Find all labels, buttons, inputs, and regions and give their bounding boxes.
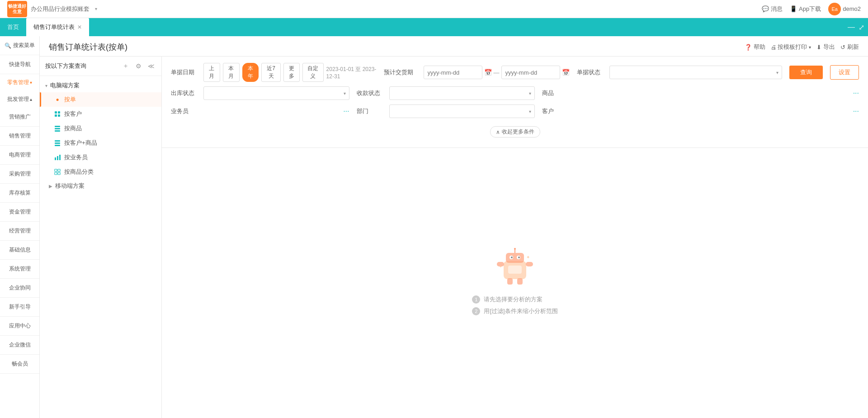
query-btn[interactable]: 查询 (789, 66, 823, 79)
top-bar-right: 💬 消息 📱 App下载 Ea demo2 (762, 3, 861, 15)
sidebar-item-finance[interactable]: 资金管理 (0, 203, 39, 222)
sidebar-item-retail[interactable]: 零售管理 ▾ (0, 74, 39, 91)
left-panel-title: 按以下方案查询 (45, 62, 118, 70)
app-title: 办公用品行业模拟账套 (31, 5, 90, 13)
sidebar-item-ecommerce[interactable]: 电商管理 (0, 146, 39, 165)
print-icon: 🖨 (771, 44, 777, 51)
tree-group-mobile: ▶ 移动端方案 (40, 179, 161, 193)
customer-wrap: ··· (567, 104, 859, 118)
app-dropdown-icon[interactable]: ▾ (95, 6, 97, 11)
by-salesperson-label: 按业务员 (64, 153, 88, 162)
help-icon: ❓ (745, 44, 752, 51)
department-select[interactable] (389, 104, 535, 118)
export-btn[interactable]: ⬇ 导出 (816, 43, 835, 51)
sidebar-finance-label: 资金管理 (9, 208, 31, 216)
message-action[interactable]: 💬 消息 (762, 5, 783, 13)
tab-minimize-btn[interactable]: — (848, 23, 855, 32)
date-btn-more[interactable]: 更多 (283, 63, 300, 82)
settings-plan-btn[interactable]: ⚙ (133, 61, 143, 71)
sidebar-inventory-label: 库存核算 (9, 189, 31, 197)
tree-item-by-customer[interactable]: 按客户 (40, 107, 161, 121)
sidebar-item-enterprise[interactable]: 企业协同 (0, 279, 39, 298)
tab-sales-stats[interactable]: 销售订单统计表 ✕ (26, 18, 89, 36)
doc-status-select[interactable] (609, 66, 783, 79)
sidebar-item-wholesale[interactable]: 批发管理 ▴ (0, 91, 39, 108)
calendar-end-icon[interactable]: 📅 (562, 69, 570, 76)
sidebar-item-operations[interactable]: 经营管理 (0, 222, 39, 241)
tree-group-mobile-header[interactable]: ▶ 移动端方案 (40, 179, 161, 193)
tab-maximize-btn[interactable]: ⤢ (859, 23, 864, 32)
goods-input[interactable] (567, 86, 851, 100)
date-btn-last-month[interactable]: 上月 (203, 63, 220, 82)
tree-area: ▾ 电脑端方案 ● 按单 (40, 76, 161, 418)
doc-status-label: 单据状态 (577, 68, 602, 76)
goods-dots-icon[interactable]: ··· (853, 89, 859, 97)
svg-rect-1 (58, 111, 60, 114)
sidebar-item-sales[interactable]: 销售管理 (0, 127, 39, 146)
by-salesperson-icon (53, 153, 61, 162)
sidebar-item-vip[interactable]: 畅会员 (0, 355, 39, 374)
empty-tip-2: 2 用[过滤]条件来缩小分析范围 (472, 307, 557, 315)
collapse-label: 收起更多条件 (502, 128, 534, 136)
expected-date-start[interactable] (424, 66, 482, 79)
svg-rect-25 (507, 278, 513, 285)
tree-item-by-category[interactable]: 按商品分类 (40, 165, 161, 179)
tree-item-by-customer-goods[interactable]: 按客户+商品 (40, 136, 161, 150)
svg-text:·: · (529, 267, 530, 271)
tree-group-pc-label: 电脑端方案 (50, 81, 80, 90)
app-download-action[interactable]: 📱 App下载 (790, 5, 821, 13)
tree-item-by-goods[interactable]: 按商品 (40, 121, 161, 136)
sidebar-item-inventory[interactable]: 库存核算 (0, 184, 39, 203)
message-icon: 💬 (762, 5, 769, 12)
sidebar-newuser-label: 新手引导 (9, 303, 31, 311)
collapse-up-icon: ∧ (496, 129, 500, 135)
tree-item-by-salesperson[interactable]: 按业务员 (40, 150, 161, 165)
date-btn-custom[interactable]: 自定义 (302, 63, 323, 82)
tree-item-by-order[interactable]: ● 按单 (40, 92, 161, 107)
refresh-btn[interactable]: ↺ 刷新 (840, 43, 859, 51)
content-area: 销售订单统计表(按单) ❓ 帮助 🖨 按模板打印 ▾ ⬇ 导出 ↺ 刷新 (40, 36, 868, 418)
sidebar-item-newuser[interactable]: 新手引导 (0, 298, 39, 317)
customer-dots-icon[interactable]: ··· (853, 107, 859, 115)
svg-rect-2 (55, 114, 57, 117)
print-btn[interactable]: 🖨 按模板打印 ▾ (771, 43, 811, 51)
setting-btn[interactable]: 设置 (830, 65, 859, 80)
date-btn-this-month[interactable]: 本月 (223, 63, 240, 82)
date-range-text: 2023-01-01 至 2023-12-31 (326, 66, 377, 80)
payment-status-select[interactable] (389, 86, 535, 100)
expected-date-label: 预计交货期 (384, 68, 416, 76)
tab-close-icon[interactable]: ✕ (77, 24, 82, 30)
sidebar-item-basic[interactable]: 基础信息 (0, 241, 39, 260)
sidebar-item-system[interactable]: 系统管理 (0, 260, 39, 279)
search-icon: 🔍 (5, 43, 11, 49)
salesperson-dots-icon[interactable]: ··· (343, 107, 349, 115)
add-plan-btn[interactable]: ＋ (121, 61, 131, 71)
help-btn[interactable]: ❓ 帮助 (745, 43, 765, 51)
customer-input[interactable] (567, 104, 851, 118)
by-category-icon (53, 168, 61, 176)
tab-home[interactable]: 首页 (0, 18, 26, 36)
by-order-icon: ● (53, 95, 61, 104)
delivery-status-select[interactable] (203, 86, 349, 100)
collapse-btn[interactable]: ∧ 收起更多条件 (490, 126, 540, 138)
expected-date-end[interactable] (501, 66, 560, 79)
tree-group-pc-header[interactable]: ▾ 电脑端方案 (40, 79, 161, 92)
sidebar-item-quick-nav[interactable]: 快捷导航 (0, 55, 39, 74)
calendar-start-icon[interactable]: 📅 (484, 69, 492, 76)
by-customer-goods-icon (53, 139, 61, 147)
sidebar-system-label: 系统管理 (9, 265, 31, 273)
date-btn-last-7[interactable]: 近7天 (261, 63, 280, 82)
svg-rect-9 (55, 145, 60, 146)
sidebar-item-marketing[interactable]: 营销推广 (0, 108, 39, 127)
sidebar-item-purchase[interactable]: 采购管理 (0, 165, 39, 184)
collapse-panel-btn[interactable]: ≪ (146, 61, 156, 71)
svg-rect-28 (526, 262, 533, 266)
sidebar-item-wechat[interactable]: 企业微信 (0, 336, 39, 355)
user-profile[interactable]: Ea demo2 (828, 3, 861, 15)
sidebar-item-search[interactable]: 🔍 搜索菜单 (0, 36, 39, 55)
filter-row-2: 出库状态 ▾ 收款状态 ▾ 商品 ··· (171, 86, 859, 100)
date-btn-this-year[interactable]: 本年 (242, 63, 259, 82)
svg-rect-8 (55, 142, 60, 144)
salesperson-input[interactable] (203, 104, 341, 118)
sidebar-item-apps[interactable]: 应用中心 (0, 317, 39, 336)
